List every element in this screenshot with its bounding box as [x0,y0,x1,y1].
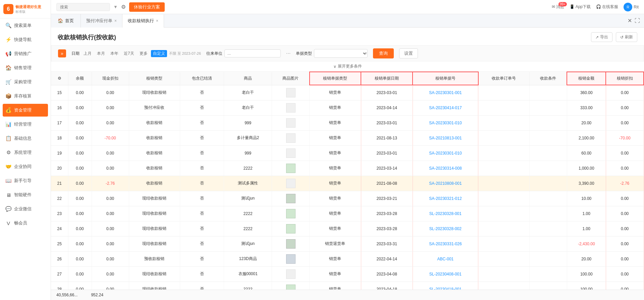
cell-wv-type: 销货单 [310,161,361,176]
fullscreen-icon[interactable]: ⛶ [635,18,640,24]
sidebar-item-quick[interactable]: ⚡快捷导航 [0,33,51,47]
cell-wv-date: 2021-08-08 [361,176,413,191]
sidebar-label-member: 畅会员 [14,220,27,226]
close-all-icon[interactable]: ✕ [628,17,632,24]
sidebar-item-guide[interactable]: 📖新手引导 [0,174,51,188]
cell-balance: 0.00 [68,85,92,100]
partner-more-icon[interactable]: ··· [286,50,290,56]
sidebar-item-inventory[interactable]: 📦库存核算 [0,89,51,103]
date-btn-7days[interactable]: 近7天 [122,50,136,57]
cell-wv-no[interactable]: SA-20230301-010 [413,145,478,161]
cell-balance: 0.00 [68,100,92,115]
col-cc: 收款条件 [530,72,567,85]
sidebar-item-hardware[interactable]: 🖥智能硬件 [0,188,51,202]
voucher-type-select[interactable] [314,49,368,58]
dropdown-icon[interactable]: ▼ [113,4,118,9]
table-row: 24 0.00 0.00 现结收款核销 否 2222 销货单 2023-03-2… [51,221,644,236]
cell-co-no [478,115,530,130]
cell-cash-discount: 0.00 [92,145,129,161]
cell-id: 18 [51,130,68,145]
cell-id: 21 [51,176,68,191]
table-body: 15 0.00 0.00 现结收款核销 否 老白干 销货单 2023-03-01… [51,85,644,290]
voucher-type-label: 单据类型 [296,51,312,56]
cell-id: 23 [51,206,68,221]
cell-id: 16 [51,100,68,115]
sidebar-item-basic[interactable]: 📋基础信息 [0,131,51,145]
sidebar-label-operation: 经营管理 [14,121,32,127]
cell-wv-no[interactable]: ABC-001 [413,251,478,266]
cell-type: 现结收款核销 [129,206,180,221]
sidebar-item-enterprise[interactable]: 🤝企业协同 [0,160,51,174]
cell-wv-no[interactable]: SA-20230414-017 [413,100,478,115]
sidebar-item-finance[interactable]: 💰资金管理 [3,104,48,117]
partner-input[interactable] [224,49,281,57]
cell-amount: 333.00 [567,100,606,115]
cell-wv-type: 销货单 [310,145,361,161]
search-input[interactable] [56,3,110,11]
online-service[interactable]: 🎧 在线客服 [596,4,618,10]
sidebar-item-operation[interactable]: 📊经营管理 [0,117,51,131]
cell-wv-no[interactable]: SL-20230328-001 [413,206,478,221]
cell-wv-no[interactable]: SA-20230331-026 [413,236,478,251]
cell-wv-no[interactable]: SL-20230408-001 [413,266,478,282]
sidebar-item-marketing[interactable]: 📢营销推广 [0,47,51,61]
cell-type: 现结收款核销 [129,266,180,282]
tab-prepay-close[interactable]: × [114,18,117,23]
data-table: ⚙ 余额 现金折扣 核销类型 包含已结清 商品 商品图片 核销单据类型 核销单据… [51,72,644,290]
sidebar-item-purchase[interactable]: 🛒采购管理 [0,75,51,89]
date-btn-custom[interactable]: 自定义 [151,50,167,57]
query-button[interactable]: 查询 [373,48,394,58]
cell-wv-no[interactable]: SA-20230321-012 [413,191,478,206]
col-settings[interactable]: ⚙ [51,72,68,85]
expand-more-bar[interactable]: ∨ 展开更多条件 [51,61,644,72]
app-download[interactable]: 📱 App下载 [570,4,591,10]
date-btn-this-month[interactable]: 本月 [95,50,107,57]
sidebar-item-system[interactable]: ⚙系统管理 [0,145,51,160]
cell-cash-discount: 0.00 [92,236,129,251]
cell-discount: 0.00 [606,282,644,290]
cell-cash-discount: 0.00 [92,266,129,282]
cell-wv-no[interactable]: SA-20210808-001 [413,176,478,191]
cell-amount: 10.00 [567,191,606,206]
sidebar-item-member[interactable]: V畅会员 [0,216,51,230]
cell-type: 现结收款核销 [129,282,180,290]
total-discount-value: 952.24 [91,293,103,297]
sidebar-item-sales[interactable]: 🏠销售管理 [0,61,51,75]
date-btn-this-year[interactable]: 本年 [108,50,120,57]
cell-type: 收款核销 [129,161,180,176]
export-button[interactable]: ↗ 导出 [591,32,612,42]
table-row: 15 0.00 0.00 现结收款核销 否 老白干 销货单 2023-03-01… [51,85,644,100]
settings-button[interactable]: 设置 [399,48,418,58]
table-row: 17 0.00 0.00 收款核销 否 999 销货单 2023-03-01 S… [51,115,644,130]
tab-collection[interactable]: 收款核销执行 × [122,14,164,28]
cell-goods-img [272,236,310,251]
message-area[interactable]: ✉ 消息 99+ [552,4,564,10]
tab-prepay[interactable]: 预付冲应付单 × [81,14,122,28]
table-row: 20 0.00 0.00 收款核销 否 2222 销货单 2023-03-14 … [51,161,644,176]
industry-btn[interactable]: 休验行业方案 [129,2,165,12]
sidebar-item-search[interactable]: 🔍搜索菜单 [0,18,51,33]
filter-expand-button[interactable]: » [58,49,66,57]
settings-gear-icon[interactable]: ⚙ [58,76,61,81]
logo-text: 畅捷通谱好生意 标准版 [15,4,41,13]
cell-cc [530,115,567,130]
cell-wv-no[interactable]: SA-20230314-008 [413,161,478,176]
date-btn-more[interactable]: 更多 [138,50,150,57]
user-info[interactable]: R Rit [624,3,639,11]
cell-wv-no[interactable]: SL-20230418-001 [413,282,478,290]
cell-wv-no[interactable]: SA-20230301-010 [413,115,478,130]
goods-img [286,133,296,143]
cell-wv-no[interactable]: SA-20210813-001 [413,130,478,145]
sidebar-item-wechat[interactable]: 💬企业微信 [0,202,51,216]
date-btn-last-month[interactable]: 上月 [82,50,94,57]
cell-goods-img [272,161,310,176]
cell-wv-no[interactable]: SL-20230328-002 [413,221,478,236]
cell-wv-type: 销货单 [310,206,361,221]
cell-included: 否 [180,115,224,130]
tab-collection-close[interactable]: × [156,18,158,23]
footer-total-discount: 952.24 [91,293,103,297]
cell-wv-no[interactable]: SA-20230301-001 [413,85,478,100]
tab-home[interactable]: 🏠 首页 [51,14,81,28]
gear-icon[interactable]: ⚙ [121,4,126,10]
refresh-button[interactable]: ↺ 刷新 [616,32,637,42]
